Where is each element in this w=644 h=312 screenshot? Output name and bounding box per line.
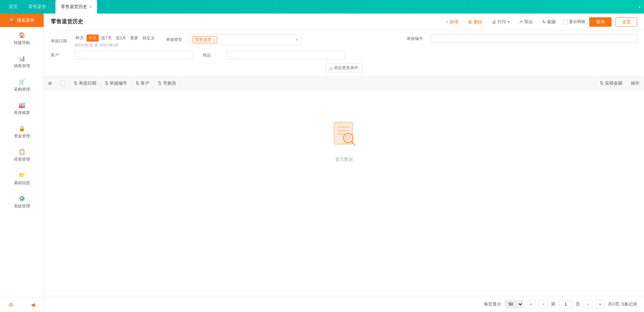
operations-icon: 📋 (19, 149, 25, 155)
refresh-button[interactable]: ↻ 刷新 (540, 18, 559, 26)
sidebar-item-sales-mgmt[interactable]: 📊 销售管理 (0, 50, 44, 74)
inventory-icon: 🏭 (19, 102, 25, 108)
per-page-label: 每页显示 (484, 301, 501, 307)
doc-type-chevron-icon: ▾ (296, 38, 298, 42)
page-title: 零售退货历史 (51, 18, 443, 25)
settings-icon: ⚙ (48, 81, 52, 86)
print-button[interactable]: 🖨 打印 ▾ (489, 18, 512, 26)
pagination-bar: 每页显示 50 10 20 100 « ‹ 第 页 › » 共0页, 0条 (44, 296, 644, 312)
show-detail-checkbox-box[interactable] (563, 20, 568, 24)
th-settings[interactable]: ⚙ (44, 77, 56, 90)
sidebar-item-quick-nav[interactable]: 🏠 快捷导航 (0, 27, 44, 50)
date-btn-1month[interactable]: 近1月 (115, 35, 128, 42)
date-btn-more[interactable]: 更多 (129, 35, 140, 42)
tab-retail-return-close[interactable]: × (48, 0, 50, 14)
filter-customer-cell: 客户 ... (51, 51, 193, 59)
content-area: 零售退货历史 + 新增 🗑 删除 🖨 打印 ▾ ↗ 导出 (44, 14, 644, 312)
th-actual-amount: ⇅ 实销金额 (596, 77, 627, 90)
tab-retail-return-history-close[interactable]: × (89, 0, 91, 14)
tab-retail-return-history[interactable]: 零售退货历史 × (55, 0, 97, 14)
pagination-last-button[interactable]: » (596, 300, 604, 309)
sidebar-settings-button[interactable]: ⚙ (0, 297, 22, 312)
table-area: ⚙ ⇅ 单据日期 ⇅ 单据编号 (44, 77, 644, 296)
sidebar-item-basic-info[interactable]: 📁 基础信息 (0, 167, 44, 191)
sidebar-bottom: ⚙ ◀ (0, 297, 44, 312)
date-range-display: 2023-06-02 至 2023-06-02 (74, 43, 156, 48)
show-detail-checkbox[interactable]: 显示明细 (563, 19, 585, 25)
filter-goods-cell: 商品 ... (203, 51, 637, 59)
sidebar-collapse-button[interactable]: ◀ (22, 297, 44, 312)
th-doc-date: ⇅ 单据日期 (70, 77, 101, 90)
th-operation: 操作 (627, 77, 644, 90)
print-chevron-icon: ▾ (508, 20, 509, 24)
date-btn-yesterday[interactable]: 昨天 (74, 35, 85, 42)
doc-type-select[interactable]: 零售退货 × ▾ (190, 35, 301, 45)
goods-input-wrap[interactable]: ... (226, 51, 345, 59)
doc-no-input[interactable] (433, 36, 634, 41)
th-guide: ⇅ 导购员 (153, 77, 180, 90)
filter-date-cell: 单据日期 昨天 今天 近7天 近1月 更多 自定义 2023-06-02 至 2… (51, 35, 156, 48)
empty-illustration (327, 117, 361, 151)
empty-text: 暂无数据 (335, 156, 353, 162)
customer-input-wrap[interactable]: ... (74, 51, 193, 59)
date-btn-today[interactable]: 今天 (87, 35, 99, 42)
customer-label: 客户 (51, 52, 74, 58)
th-spacer (180, 77, 596, 90)
sidebar-item-operations[interactable]: 📋 经营管理 (0, 144, 44, 167)
basic-info-icon: 📁 (19, 172, 25, 178)
sidebar-search[interactable]: 🔍 搜索菜单 (0, 14, 44, 27)
collapse-filter-button[interactable]: △ 收起更多条件 (325, 63, 363, 72)
delete-button[interactable]: 🗑 删除 (465, 18, 485, 26)
date-label: 单据日期 (51, 38, 74, 44)
header-actions: + 新增 🗑 删除 🖨 打印 ▾ ↗ 导出 ↻ 刷新 (443, 17, 637, 27)
collapse-icon: △ (330, 66, 333, 70)
tab-retail-return[interactable]: 零售退货 × (23, 0, 55, 14)
table-header-row: ⚙ ⇅ 单据日期 ⇅ 单据编号 (44, 77, 644, 90)
th-doc-no: ⇅ 单据编号 (100, 77, 132, 90)
filter-doc-type-cell: 单据类型 零售退货 × ▾ (166, 35, 397, 45)
setting-button[interactable]: 设置 (616, 17, 637, 27)
date-filter-buttons: 昨天 今天 近7天 近1月 更多 自定义 (74, 35, 156, 42)
date-btn-7days[interactable]: 近7天 (100, 35, 113, 42)
th-customer: ⇅ 客户 (132, 77, 154, 90)
doc-no-label: 单据编号 (407, 36, 430, 42)
select-all-checkbox[interactable] (61, 81, 65, 86)
add-button[interactable]: + 新增 (443, 18, 461, 26)
export-icon: ↗ (519, 19, 523, 24)
page-number-input[interactable] (559, 300, 572, 308)
query-button[interactable]: 查询 (589, 17, 612, 27)
sidebar-item-sys-mgmt[interactable]: ⚙️ 系统管理 (0, 191, 44, 214)
finance-icon: 🔒 (19, 125, 25, 132)
quick-nav-icon: 🏠 (19, 32, 25, 38)
pagination-first-button[interactable]: « (527, 300, 535, 309)
tab-home[interactable]: 首页 (3, 0, 23, 14)
search-icon: 🔍 (9, 18, 15, 23)
page-label: 第 (551, 301, 555, 307)
customer-placeholder: ... (77, 53, 81, 58)
export-button[interactable]: ↗ 导出 (516, 18, 535, 26)
sidebar-item-inventory[interactable]: 🏭 库存核算 (0, 97, 44, 120)
data-table: ⚙ ⇅ 单据日期 ⇅ 单据编号 (44, 77, 644, 90)
filter-area: 单据日期 昨天 今天 近7天 近1月 更多 自定义 2023-06-02 至 2… (44, 30, 644, 77)
sidebar-item-finance[interactable]: 🔒 资金管理 (0, 120, 44, 144)
pagination-next-button[interactable]: › (583, 300, 592, 309)
page-header: 零售退货历史 + 新增 🗑 删除 🖨 打印 ▾ ↗ 导出 (44, 14, 644, 30)
goods-label: 商品 (203, 52, 226, 58)
per-page-select[interactable]: 50 10 20 100 (505, 300, 523, 308)
main-layout: 🔍 搜索菜单 🏠 快捷导航 📊 销售管理 🛒 采购管理 🏭 库存核算 🔒 资金管… (0, 14, 644, 312)
sidebar: 🔍 搜索菜单 🏠 快捷导航 📊 销售管理 🛒 采购管理 🏭 库存核算 🔒 资金管… (0, 14, 44, 312)
doc-type-tag-close[interactable]: × (213, 38, 215, 42)
goods-placeholder: ... (230, 53, 233, 58)
window-close-button[interactable]: × (638, 4, 641, 9)
pagination-prev-button[interactable]: ‹ (539, 300, 548, 309)
date-btn-custom[interactable]: 自定义 (141, 35, 156, 42)
page-unit: 页 (576, 301, 580, 307)
doc-type-label: 单据类型 (166, 37, 190, 43)
total-records: 共0页, 0条记录 (608, 301, 637, 307)
top-bar: 首页 零售退货 × 零售退货历史 × × (0, 0, 644, 14)
th-checkbox[interactable] (56, 77, 70, 90)
sidebar-item-purchase-mgmt[interactable]: 🛒 采购管理 (0, 74, 44, 97)
print-icon: 🖨 (492, 19, 496, 24)
doc-type-tag: 零售退货 × (193, 36, 217, 43)
sales-icon: 📊 (19, 55, 25, 62)
